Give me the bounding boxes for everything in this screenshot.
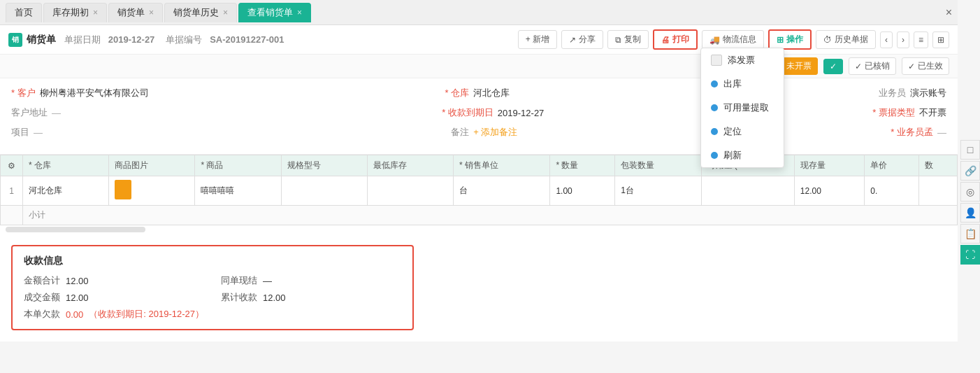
owed-label: 本单欠款 [24,308,60,321]
owed-note: （收款到期日: 2019-12-27） [89,308,204,321]
project-field: 项目 — [11,126,434,139]
customer-value: 柳州粤港平安气体有限公司 [40,87,149,99]
address-field: 客户地址 — [11,106,425,119]
refresh-dot [711,152,718,159]
product-image [115,180,131,199]
customer-field: * 客户 柳州粤港平安气体有限公司 [11,87,428,99]
sales-staff-field: * 业务员孟 — [891,126,946,139]
prev-doc-button[interactable]: ‹ [880,31,893,48]
dropdown-item-outbound[interactable]: 出库 [701,72,784,96]
share-icon: ↗ [569,35,576,45]
note-label: 备注 [451,126,469,139]
page-wrapper: 首页 库存期初 × 销货单 × 销货单历史 × 查看销货单 × × [0,0,980,373]
staff-field: 业务员 演示账号 [879,87,946,99]
summary-area: 收款信息 金额合计 12.00 同单现结 — 成交金额 12.00 [0,234,958,342]
print-icon: 🖨 [661,35,670,45]
address-value: — [52,108,61,118]
col-spec: 规格型号 [281,155,367,176]
table-row: 1 河北仓库 嘻嘻嘻嘻 台 1.00 1台 12 [1,176,958,206]
col-product-img: 商品图片 [109,155,195,176]
staff-value: 演示账号 [910,87,946,99]
col-current-stock: 现存量 [794,155,864,176]
add-invoice-icon [711,55,722,66]
history-docs-button[interactable]: ⏱ 历史单据 [816,30,876,49]
status-sold-button[interactable]: ✓ 已核销 [849,57,896,75]
staff-label: 业务员 [879,87,906,99]
same-settle-label: 同单现结 [221,274,257,287]
locate-dot [711,128,718,135]
product-table-container: ⚙ * 仓库 商品图片 * 商品 规格型号 最低库存 * 销售单位 * 数量 包… [0,155,958,234]
right-sidebar: □ 🔗 ◎ 👤 📋 ⛶ [960,140,980,265]
main-content: 销 销货单 单据日期 2019-12-27 单据编号 SA-20191227-0… [0,25,958,342]
project-label: 项目 [11,126,29,139]
add-note-button[interactable]: + 添加备注 [473,126,517,139]
sidebar-icon-link[interactable]: 🔗 [960,161,980,181]
row-current-stock: 12.00 [794,176,864,206]
share-button[interactable]: ↗ 分享 [561,30,603,49]
sidebar-icon-circle[interactable]: ◎ [960,182,980,202]
tab-close-inventory-open[interactable]: × [93,8,98,17]
available-qty-dot [711,104,718,111]
tab-view-sales-order[interactable]: 查看销货单 × [238,3,311,22]
row-unit-price: 0. [865,176,919,206]
status-effective-button[interactable]: ✓ 已生效 [902,57,949,75]
tab-sales-order[interactable]: 销货单 × [108,3,163,22]
customer-label: * 客户 [11,87,36,99]
project-value: — [34,127,43,138]
tab-close-sales-order[interactable]: × [149,8,154,17]
check-button[interactable]: ✓ [823,59,843,74]
col-settings[interactable]: ⚙ [1,155,23,176]
window-close-button[interactable]: × [946,6,952,19]
next-doc-button[interactable]: › [897,31,909,48]
col-product: * 商品 [195,155,281,176]
same-settle-value: — [263,276,272,286]
doc-num-value: SA-20191227-001 [210,34,284,45]
sidebar-icon-expand[interactable]: ⛶ [960,245,980,265]
logistics-button[interactable]: 🚚 物流信息 [702,30,764,49]
col-min-stock: 最低库存 [367,155,453,176]
doc-date-label: 单据日期 2019-12-27 [64,34,154,46]
sidebar-icon-user[interactable]: 👤 [960,203,980,223]
print-button[interactable]: 🖨 打印 [653,29,698,50]
row-unit: 台 [454,176,550,206]
table-header-row: ⚙ * 仓库 商品图片 * 商品 规格型号 最低库存 * 销售单位 * 数量 包… [1,155,958,176]
due-date-value: 2019-12-27 [498,108,545,118]
sidebar-icon-clipboard[interactable]: 📋 [960,224,980,244]
sales-staff-value: — [937,127,946,138]
dropdown-item-locate[interactable]: 定位 [701,120,784,143]
address-label: 客户地址 [11,106,48,119]
collected-value: 12.00 [263,293,286,303]
form-row-2: 客户地址 — * 收款到期日 2019-12-27 * 票据类型 不开票 [11,106,946,119]
summary-row-total: 金额合计 12.00 [24,274,204,287]
view-grid-button[interactable]: ⊞ [932,31,949,48]
summary-row-deal: 成交金额 12.00 [24,291,204,304]
subtotal-row: 小计 [1,206,958,225]
row-pack-qty: 1台 [615,176,701,206]
col-pack-qty: 包装数量 [615,155,701,176]
dropdown-item-refresh[interactable]: 刷新 [701,143,784,167]
tab-close-view-sales[interactable]: × [297,8,302,17]
form-section: * 客户 柳州粤港平安气体有限公司 * 仓库 河北仓库 业务员 演示账号 客户地… [0,78,958,155]
product-table: ⚙ * 仓库 商品图片 * 商品 规格型号 最低库存 * 销售单位 * 数量 包… [0,155,958,225]
view-list-button[interactable]: ≡ [914,31,928,48]
new-button[interactable]: + 新增 [518,30,557,49]
horizontal-scrollbar[interactable] [6,227,145,232]
row-warehouse: 河北仓库 [23,176,109,206]
tab-sales-history[interactable]: 销货单历史 × [164,3,237,22]
deal-label: 成交金额 [24,291,60,304]
add-invoice-label: 添发票 [728,54,755,66]
tab-close-sales-history[interactable]: × [223,8,228,17]
owed-value: 0.00 [66,309,83,320]
operations-button[interactable]: ⊞ 操作 [768,29,812,50]
tab-home[interactable]: 首页 [6,3,42,22]
dropdown-item-available-qty[interactable]: 可用量提取 [701,96,784,120]
sidebar-icon-1[interactable]: □ [960,140,980,160]
effective-icon: ✓ [908,62,915,71]
form-row-3: 项目 — 备注 + 添加备注 * 业务员孟 — [11,126,946,139]
copy-button[interactable]: ⧉ 复制 [607,30,649,49]
doc-meta: 单据日期 2019-12-27 单据编号 SA-20191227-001 [64,34,284,46]
dropdown-item-add-invoice[interactable]: 添发票 [701,48,784,72]
col-warehouse: * 仓库 [23,155,109,176]
tab-inventory-open[interactable]: 库存期初 × [43,3,107,22]
warehouse-value: 河北仓库 [473,87,510,99]
